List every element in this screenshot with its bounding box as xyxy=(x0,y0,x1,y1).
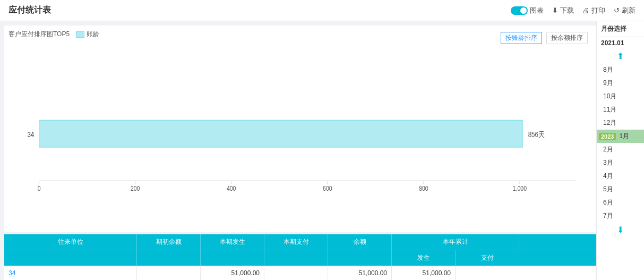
chart-legend: 客户应付排序图TOP5 账龄 xyxy=(8,30,99,39)
chart-panel: 客户应付排序图TOP5 账龄 按账龄排序 按余额排序 xyxy=(4,26,596,232)
print-label: 打印 xyxy=(591,6,605,15)
legend-title: 客户应付排序图TOP5 xyxy=(8,30,70,39)
unit-link[interactable]: 34 xyxy=(8,269,15,277)
chart-label: 图表 xyxy=(530,6,544,15)
print-button[interactable]: 🖨 打印 xyxy=(582,6,605,15)
chart-toggle[interactable]: 图表 xyxy=(511,6,544,15)
sidebar-year-display: 2021.01 xyxy=(597,37,644,49)
sidebar-month-11[interactable]: 11月 xyxy=(597,103,644,116)
toggle-knob xyxy=(520,7,527,14)
td-occurrence: 51,000.00 xyxy=(201,266,264,280)
sort-by-balance-button[interactable]: 按余额排序 xyxy=(546,32,588,44)
th-balance-sub xyxy=(328,250,392,266)
svg-text:34: 34 xyxy=(27,130,34,139)
legend-item: 账龄 xyxy=(76,30,99,39)
th-ytd-occurrence: 发生 xyxy=(392,250,456,266)
sidebar-month-9[interactable]: 9月 xyxy=(597,77,644,90)
header: 应付统计表 图表 ⬇ 下载 🖨 打印 ↺ 刷新 xyxy=(0,0,644,21)
svg-text:200: 200 xyxy=(131,184,140,192)
td-ytd-payment xyxy=(456,266,519,280)
download-icon: ⬇ xyxy=(552,6,558,14)
svg-rect-1 xyxy=(39,120,523,147)
sidebar-year-marker-row: 2023 1月 xyxy=(597,130,644,143)
refresh-icon: ↺ xyxy=(614,6,620,14)
download-button[interactable]: ⬇ 下载 xyxy=(552,6,574,15)
td-opening xyxy=(137,266,201,280)
svg-text:856天: 856天 xyxy=(528,130,545,139)
sidebar-down-arrow[interactable]: ⬇ xyxy=(597,223,644,237)
th-unit: 往来单位 xyxy=(4,234,137,250)
th-opening: 期初余额 xyxy=(137,234,201,250)
td-unit: 34 xyxy=(4,266,137,280)
sidebar-month-10[interactable]: 10月 xyxy=(597,90,644,103)
table-row: 34 51,000.00 51,000.00 51,000.00 xyxy=(4,266,596,280)
th-balance: 余额 xyxy=(328,234,392,250)
sidebar-month-12[interactable]: 12月 xyxy=(597,116,644,130)
print-icon: 🖨 xyxy=(582,6,589,14)
sidebar-header: 月份选择 xyxy=(597,21,644,37)
td-balance: 51,000.00 xyxy=(328,266,392,280)
sidebar-month-7[interactable]: 7月 xyxy=(597,209,644,223)
th-opening-sub xyxy=(137,250,201,266)
td-ytd-occurrence: 51,000.00 xyxy=(392,266,456,280)
table-panel: 往来单位 期初余额 本期发生 本期支付 余额 本年累计 发生 xyxy=(4,234,596,280)
th-occurrence-sub xyxy=(201,250,264,266)
sidebar-month-8[interactable]: 8月 xyxy=(597,63,644,77)
app-container: 应付统计表 图表 ⬇ 下载 🖨 打印 ↺ 刷新 xyxy=(0,0,644,280)
toggle-switch-icon[interactable] xyxy=(511,6,528,15)
sort-buttons: 按账龄排序 按余额排序 xyxy=(501,32,592,46)
sidebar-month-4[interactable]: 4月 xyxy=(597,169,644,183)
download-label: 下载 xyxy=(560,6,574,15)
refresh-label: 刷新 xyxy=(622,6,636,15)
th-payment: 本期支付 xyxy=(264,234,328,250)
chart-area: 客户应付排序图TOP5 账龄 按账龄排序 按余额排序 xyxy=(0,21,596,280)
svg-text:400: 400 xyxy=(227,184,236,192)
sidebar-month-6[interactable]: 6月 xyxy=(597,196,644,209)
year-badge: 2023 xyxy=(599,133,616,140)
th-payment-sub xyxy=(264,250,328,266)
td-payment xyxy=(264,266,328,280)
svg-text:0: 0 xyxy=(38,184,41,192)
th-occurrence: 本期发生 xyxy=(201,234,264,250)
svg-text:600: 600 xyxy=(323,184,332,192)
sidebar-month-2[interactable]: 2月 xyxy=(597,143,644,156)
svg-text:1,000: 1,000 xyxy=(513,184,527,192)
chart-svg: 34 856天 0 xyxy=(8,46,592,228)
legend-item-label: 账龄 xyxy=(87,30,99,39)
chart-svg-container: 34 856天 0 xyxy=(8,46,592,228)
sidebar-month-1[interactable]: 1月 xyxy=(617,131,631,142)
page-title: 应付统计表 xyxy=(8,5,51,16)
refresh-button[interactable]: ↺ 刷新 xyxy=(614,6,636,15)
legend-color-box xyxy=(76,31,84,38)
header-actions: 图表 ⬇ 下载 🖨 打印 ↺ 刷新 xyxy=(511,6,636,15)
sidebar: 月份选择 2021.01 ⬆ 8月 9月 10月 11月 12月 2023 1月… xyxy=(596,21,644,280)
th-unit-sub xyxy=(4,250,137,266)
sidebar-up-arrow[interactable]: ⬆ xyxy=(597,49,644,63)
sidebar-month-3[interactable]: 3月 xyxy=(597,156,644,169)
sidebar-month-5[interactable]: 5月 xyxy=(597,183,644,196)
sort-by-amount-button[interactable]: 按账龄排序 xyxy=(501,32,542,44)
th-ytd-payment: 支付 xyxy=(456,250,519,266)
svg-text:800: 800 xyxy=(419,184,428,192)
th-ytd-group: 本年累计 xyxy=(392,234,519,250)
main-content: 客户应付排序图TOP5 账龄 按账龄排序 按余额排序 xyxy=(0,21,644,280)
